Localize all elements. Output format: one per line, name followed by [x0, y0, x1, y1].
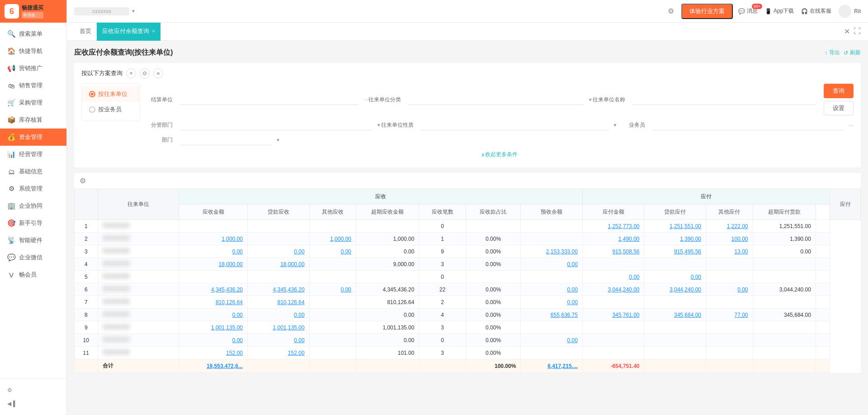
row-ar-loan[interactable]: 810,126.64: [248, 296, 310, 309]
row-ar-loan[interactable]: 0.00: [248, 309, 310, 321]
settings-button[interactable]: 设置: [824, 101, 854, 115]
salesperson-dots[interactable]: ···: [847, 122, 854, 129]
collapse-more-button[interactable]: ∧ 收起更多条件: [145, 147, 854, 162]
chevron-down-icon[interactable]: ▼: [131, 9, 136, 14]
row-ar-loan[interactable]: 4,345,436.20: [248, 283, 310, 296]
close-icon[interactable]: ×: [152, 28, 155, 34]
sidebar-item-wechat[interactable]: 💬企业微信: [0, 249, 66, 266]
department-input[interactable]: [180, 135, 272, 145]
total-ar-amount[interactable]: 19,553,472,6...: [179, 359, 248, 373]
row-ar-amount[interactable]: 0.00: [179, 334, 248, 347]
row-ap-amount[interactable]: 0.00: [582, 271, 644, 283]
row-ap-amount[interactable]: 3,044,240.00: [582, 283, 644, 296]
row-ap-amount[interactable]: 345,761.00: [582, 309, 644, 321]
row-ap-other[interactable]: 1,222.00: [706, 220, 753, 233]
row-advance-balance[interactable]: 655,636.75: [521, 309, 583, 321]
add-condition-button[interactable]: +: [126, 68, 136, 78]
settlement-unit-dots[interactable]: ···: [362, 96, 368, 103]
row-ar-loan[interactable]: 0.00: [248, 334, 310, 347]
sidebar-item-finance[interactable]: 💰资金管理: [0, 129, 66, 146]
row-ap-loan[interactable]: 0.00: [644, 271, 706, 283]
row-ap-amount[interactable]: 915,508.56: [582, 245, 644, 258]
customer-category-input[interactable]: [408, 95, 584, 105]
row-ar-amount[interactable]: 0.00: [179, 309, 248, 321]
message-action[interactable]: 💬 消息 99+: [738, 7, 758, 15]
row-ap-amount[interactable]: 1,252,773.00: [582, 220, 644, 233]
user-info[interactable]: Rit: [839, 5, 861, 18]
department-arrow: ▼: [276, 138, 280, 143]
row-ap-other[interactable]: 100.00: [706, 233, 753, 245]
online-service-action[interactable]: 🎧 在线客服: [801, 7, 831, 15]
expand-icon[interactable]: ⛶: [854, 27, 861, 36]
filter-by-salesperson[interactable]: 按业务员: [82, 102, 140, 117]
row-advance-balance[interactable]: 0.00: [521, 334, 583, 347]
close-window-icon[interactable]: ✕: [844, 27, 850, 36]
row-ar-ratio: 0.00%: [466, 296, 520, 309]
total-ap-other: [706, 359, 753, 373]
row-ap-loan[interactable]: 1,390.00: [644, 233, 706, 245]
sidebar-item-inventory[interactable]: 📦库存核算: [0, 111, 66, 129]
row-ap-loan[interactable]: 915,495.56: [644, 245, 706, 258]
row-ar-loan[interactable]: 18,000.00: [248, 258, 310, 271]
row-ar-loan[interactable]: 152.00: [248, 347, 310, 359]
row-ar-amount[interactable]: 4,345,436.20: [179, 283, 248, 296]
salesperson-input[interactable]: [652, 120, 844, 130]
table-settings-icon[interactable]: ⚙: [80, 176, 86, 185]
row-ar-amount[interactable]: 810,126.64: [179, 296, 248, 309]
row-ap-loan[interactable]: 1,251,551.00: [644, 220, 706, 233]
row-ar-other: [309, 271, 356, 283]
query-button[interactable]: 查询: [824, 84, 854, 98]
sidebar-footer-collapse[interactable]: ◀▐: [0, 397, 66, 410]
row-ap-loan[interactable]: 345,684.00: [644, 309, 706, 321]
sidebar-item-sales[interactable]: 🛍销售管理: [0, 77, 66, 94]
sidebar-item-sys-mgmt[interactable]: ⚙系统管理: [0, 180, 66, 197]
row-ar-other[interactable]: 1,000.00: [309, 233, 356, 245]
filter-by-customer[interactable]: 按往来单位: [82, 86, 140, 102]
row-ar-amount[interactable]: 1,000.00: [179, 233, 248, 245]
tab-home[interactable]: 首页: [74, 23, 97, 41]
row-ar-other[interactable]: 0.00: [309, 283, 356, 296]
row-ap-other[interactable]: 13.00: [706, 245, 753, 258]
row-ap-loan[interactable]: 3,044,240.00: [644, 283, 706, 296]
refresh-button[interactable]: ↺ 刷新: [844, 49, 861, 57]
row-ar-loan[interactable]: 1,001,135.00: [248, 321, 310, 334]
dept-in-charge-input[interactable]: [180, 120, 373, 130]
row-ap-other[interactable]: 0.00: [706, 283, 753, 296]
row-ap-amount: [582, 347, 644, 359]
sidebar-item-smart-hw[interactable]: 📡智能硬件: [0, 232, 66, 249]
table-scroll[interactable]: 往来单位 应收 应付 应付 应收金额 贷款应收 其他应收 超期应收金额 应收笔数…: [74, 189, 861, 373]
tab-ar-ap-query[interactable]: 应收应付余额查询 ×: [97, 23, 160, 41]
settings-condition-button[interactable]: ⊙: [140, 68, 150, 78]
sidebar-footer-settings[interactable]: ⚙: [0, 383, 66, 397]
row-advance-balance[interactable]: 0.00: [521, 283, 583, 296]
row-ar-amount[interactable]: 152.00: [179, 347, 248, 359]
row-ap-other[interactable]: 77.00: [706, 309, 753, 321]
row-advance-balance[interactable]: 0.00: [521, 296, 583, 309]
sidebar-item-enterprise[interactable]: 🏢企业协同: [0, 197, 66, 215]
gear-icon[interactable]: ⚙: [666, 5, 676, 17]
promo-button[interactable]: 体验行业方案: [681, 4, 733, 19]
total-advance-balance[interactable]: 6,417,215....: [521, 359, 583, 373]
sidebar-item-marketing[interactable]: 📢营销推广: [0, 60, 66, 77]
row-ar-amount[interactable]: 1,001,135.00: [179, 321, 248, 334]
row-advance-balance[interactable]: 0.00: [521, 258, 583, 271]
app-download-action[interactable]: 📱 App下载: [765, 7, 794, 15]
customer-name-input[interactable]: [632, 95, 816, 105]
row-ar-amount[interactable]: 18,000.00: [179, 258, 248, 271]
sidebar-item-search-menu[interactable]: 🔍搜索菜单: [0, 25, 66, 43]
export-button[interactable]: ↑ 导出: [825, 49, 840, 57]
row-ap-amount[interactable]: 1,490.00: [582, 233, 644, 245]
settlement-unit-input[interactable]: [180, 95, 359, 105]
row-ar-amount[interactable]: 0.00: [179, 245, 248, 258]
collapse-condition-button[interactable]: «: [153, 68, 163, 78]
sidebar-item-purchase[interactable]: 🛒采购管理: [0, 94, 66, 111]
sidebar-item-member[interactable]: V畅会员: [0, 266, 66, 283]
row-advance-balance[interactable]: 2,153,333.00: [521, 245, 583, 258]
row-ar-other[interactable]: 0.00: [309, 245, 356, 258]
sidebar-item-guide[interactable]: 🎯新手引导: [0, 215, 66, 232]
sidebar-item-operations[interactable]: 📊经营管理: [0, 146, 66, 163]
sidebar-item-basic-info[interactable]: 🗂基础信息: [0, 163, 66, 180]
sidebar-item-quick-nav[interactable]: 🏠快捷导航: [0, 43, 66, 60]
row-ar-loan[interactable]: 0.00: [248, 245, 310, 258]
customer-type-input[interactable]: [421, 120, 609, 130]
